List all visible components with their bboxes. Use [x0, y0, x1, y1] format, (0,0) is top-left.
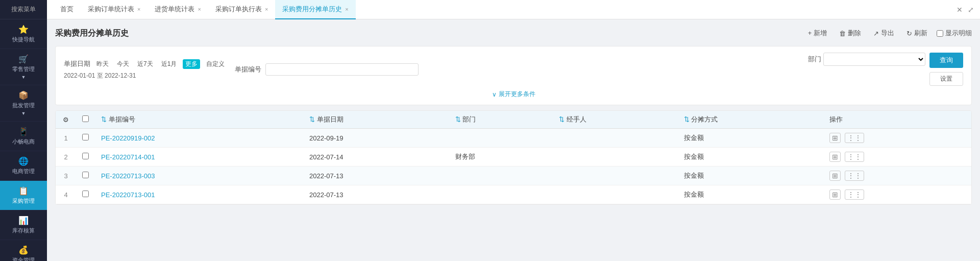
row-dept: 财务部 — [449, 148, 553, 167]
more-action-icon[interactable]: ⋮⋮ — [845, 189, 864, 200]
refresh-button[interactable]: ↻ 刷新 — [903, 27, 930, 40]
doc-num-label: 单据编号 — [235, 65, 261, 74]
dept-sort-icon: ⇅ — [455, 115, 461, 123]
row-checkbox[interactable] — [82, 153, 89, 159]
close-tab-purchase-order-exec[interactable]: × — [265, 6, 268, 12]
delete-icon: 🗑 — [839, 30, 846, 37]
date-opt-more[interactable]: 更多 — [183, 59, 200, 69]
row-dept — [449, 185, 553, 204]
right-filter-group: 部门 财务部 查询 设置 — [808, 53, 963, 86]
sidebar-item-finance[interactable]: 💰 资金管理 — [0, 240, 47, 261]
doc-num-link[interactable]: PE-20220714-001 — [101, 153, 155, 161]
row-handler — [553, 148, 678, 167]
action-icons-group: ⊞ ⋮⋮ — [829, 171, 965, 181]
row-checkbox[interactable] — [82, 191, 89, 197]
handler-sort-icon: ⇅ — [559, 115, 565, 123]
dept-select[interactable]: 财务部 — [823, 53, 925, 66]
row-doc-num: PE-20220713-001 — [95, 185, 303, 204]
tab-inbound-stats[interactable]: 进货单统计表 × — [148, 0, 208, 19]
doc-num-link[interactable]: PE-20220919-002 — [101, 134, 155, 142]
show-cols-checkbox-group: 显示明细 — [937, 29, 972, 38]
col-handler: ⇅ 经手人 — [553, 111, 678, 129]
row-actions: ⊞ ⋮⋮ — [823, 185, 971, 204]
date-opt-1month[interactable]: 近1月 — [159, 59, 179, 69]
expand-row: ∨ 展开更多条件 — [64, 90, 963, 99]
view-action-icon[interactable]: ⊞ — [829, 171, 841, 181]
doc-num-filter-group: 单据编号 — [235, 63, 800, 76]
split-sort-icon: ⇅ — [684, 115, 690, 123]
action-icons-group: ⊞ ⋮⋮ — [829, 189, 965, 200]
sidebar-item-ecommerce-small[interactable]: 📱 小畅电商 — [0, 122, 47, 151]
settings-icon[interactable]: ⚙ — [63, 116, 69, 124]
tab-bar-actions: ✕ ⤢ — [957, 6, 974, 14]
row-handler — [553, 185, 678, 204]
refresh-icon: ↻ — [906, 30, 912, 37]
date-opt-7days[interactable]: 近7天 — [135, 59, 155, 69]
row-date: 2022-07-13 — [303, 167, 449, 185]
expand-window-icon[interactable]: ⤢ — [968, 6, 974, 14]
row-checkbox-cell — [76, 185, 95, 204]
finance-icon: 💰 — [18, 245, 29, 255]
row-num: 4 — [56, 185, 76, 204]
row-handler — [553, 129, 678, 148]
row-checkbox[interactable] — [82, 172, 89, 178]
row-dept — [449, 129, 553, 148]
row-split-method: 按金额 — [678, 167, 823, 185]
view-action-icon[interactable]: ⊞ — [829, 133, 841, 143]
sidebar-item-retail[interactable]: 🛒 零售管理 ▼ — [0, 49, 47, 85]
tab-purchase-order-stats[interactable]: 采购订单统计表 × — [81, 0, 148, 19]
sidebar-search[interactable]: 搜索菜单 — [0, 0, 47, 19]
query-button[interactable]: 查询 — [929, 53, 963, 68]
sidebar-item-purchase[interactable]: 📋 采购管理 — [0, 181, 47, 210]
sidebar-item-wholesale[interactable]: 📦 批发管理 ▼ — [0, 85, 47, 122]
data-table: ⚙ ⇅ 单据编号 ⇅ 单据日期 — [56, 111, 971, 204]
row-actions: ⊞ ⋮⋮ — [823, 167, 971, 185]
view-action-icon[interactable]: ⊞ — [829, 152, 841, 162]
action-icons-group: ⊞ ⋮⋮ — [829, 152, 965, 162]
settings-button[interactable]: 设置 — [929, 72, 963, 86]
col-settings: ⚙ — [56, 111, 76, 129]
delete-button[interactable]: 🗑 删除 — [836, 27, 864, 40]
tab-purchase-order-exec[interactable]: 采购订单执行表 × — [208, 0, 275, 19]
row-actions: ⊞ ⋮⋮ — [823, 148, 971, 167]
sidebar-item-inventory[interactable]: 📊 库存核算 — [0, 210, 47, 240]
row-checkbox-cell — [76, 167, 95, 185]
add-button[interactable]: + 新增 — [805, 27, 830, 40]
row-doc-num: PE-20220919-002 — [95, 129, 303, 148]
chevron-down-icon: ▼ — [21, 75, 26, 80]
close-window-icon[interactable]: ✕ — [957, 6, 963, 14]
row-checkbox[interactable] — [82, 134, 89, 140]
doc-num-link[interactable]: PE-20220713-003 — [101, 172, 155, 180]
wholesale-icon: 📦 — [18, 90, 29, 100]
date-opt-custom[interactable]: 自定义 — [204, 59, 227, 69]
date-opt-today[interactable]: 今天 — [115, 59, 131, 69]
purchase-icon: 📋 — [18, 186, 29, 196]
sidebar-item-nav[interactable]: ⭐ 快捷导航 — [0, 19, 47, 49]
select-all-checkbox[interactable] — [82, 115, 89, 122]
sidebar-item-ecommerce[interactable]: 🌐 电商管理 — [0, 151, 47, 181]
tab-purchase-fee-history[interactable]: 采购费用分摊单历史 × — [275, 0, 355, 19]
col-dept: ⇅ 部门 — [449, 111, 553, 129]
col-action: 操作 — [823, 111, 971, 129]
table-row: 1 PE-20220919-002 2022-09-19 按金额 ⊞ ⋮⋮ — [56, 129, 971, 148]
more-action-icon[interactable]: ⋮⋮ — [845, 171, 864, 181]
row-checkbox-cell — [76, 148, 95, 167]
show-cols-checkbox[interactable] — [937, 30, 943, 37]
close-tab-inbound-stats[interactable]: × — [198, 6, 201, 12]
more-action-icon[interactable]: ⋮⋮ — [845, 133, 864, 143]
view-action-icon[interactable]: ⊞ — [829, 189, 841, 200]
date-opt-yesterday[interactable]: 昨天 — [94, 59, 111, 69]
date-filter-group: 单据日期 昨天 今天 近7天 近1月 更多 自定义 2022-01-01 至 2… — [64, 59, 227, 80]
ecommerce-small-icon: 📱 — [18, 127, 29, 136]
expand-conditions-btn[interactable]: ∨ 展开更多条件 — [492, 90, 535, 99]
close-tab-purchase-fee-history[interactable]: × — [345, 6, 348, 12]
more-action-icon[interactable]: ⋮⋮ — [845, 152, 864, 162]
col-select-all — [76, 111, 95, 129]
doc-num-link[interactable]: PE-20220713-001 — [101, 191, 155, 199]
tab-home[interactable]: 首页 — [53, 0, 81, 19]
close-tab-purchase-order-stats[interactable]: × — [137, 6, 140, 12]
row-num: 2 — [56, 148, 76, 167]
sidebar: 搜索菜单 ⭐ 快捷导航 🛒 零售管理 ▼ 📦 批发管理 ▼ 📱 小畅电商 🌐 电… — [0, 0, 47, 261]
doc-num-input[interactable] — [265, 63, 419, 76]
export-button[interactable]: ↗ 导出 — [870, 27, 897, 40]
